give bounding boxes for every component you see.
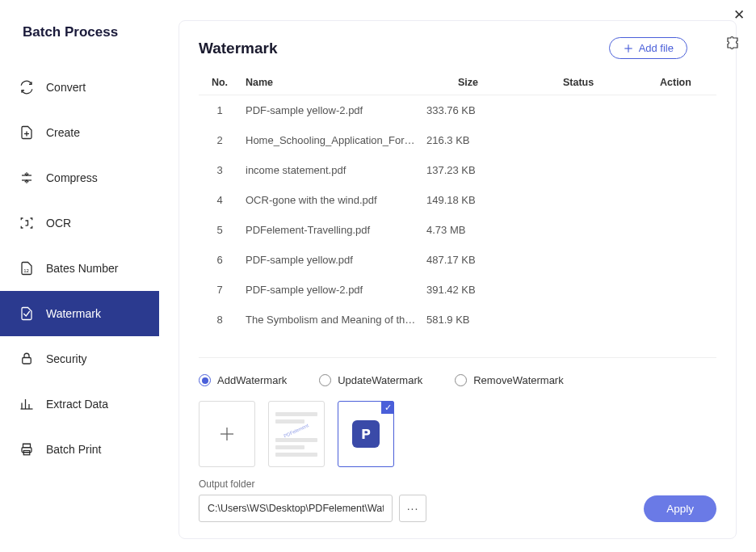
col-header-no: No. — [199, 77, 241, 88]
cell-size: 137.23 KB — [426, 164, 531, 176]
sidebar: Batch Process Convert Crea — [0, 0, 159, 552]
cell-size: 333.76 KB — [426, 104, 531, 116]
watermark-preview-text: PDFelement — [284, 423, 310, 439]
sidebar-item-ocr[interactable]: OCR — [0, 200, 159, 246]
cell-no: 3 — [199, 164, 241, 176]
col-header-size: Size — [458, 77, 563, 88]
sidebar-item-label: OCR — [46, 217, 71, 230]
col-header-name: Name — [241, 77, 458, 88]
svg-rect-1 — [23, 358, 32, 364]
convert-icon — [19, 79, 35, 95]
sidebar-item-label: Convert — [46, 81, 86, 94]
sidebar-item-label: Security — [46, 352, 87, 365]
sidebar-item-extract[interactable]: Extract Data — [0, 381, 159, 427]
cell-name: income statement.pdf — [241, 164, 426, 176]
table-body: 1PDF-sample yellow-2.pdf333.76 KB2Home_S… — [199, 95, 716, 351]
create-icon — [19, 124, 35, 141]
table-row[interactable]: 4OCR-gone with the wind.pdf149.18 KB — [199, 185, 716, 215]
app-title: Batch Process — [0, 0, 159, 65]
cell-size: 4.73 MB — [426, 224, 531, 236]
plugin-icon[interactable] — [725, 36, 740, 53]
add-file-button[interactable]: Add file — [609, 37, 687, 59]
apply-button[interactable]: Apply — [644, 495, 716, 522]
sidebar-item-label: Extract Data — [46, 398, 108, 411]
close-button[interactable]: ✕ — [733, 8, 745, 22]
col-header-action: Action — [660, 77, 716, 88]
watermark-tile-logo[interactable]: ✓ — [338, 401, 394, 467]
cell-name: The Symbolism and Meaning of the Col... — [241, 314, 426, 326]
main-area: Watermark Add file No. Name Size Status … — [159, 0, 756, 552]
cell-name: PDFelement-Travelling.pdf — [241, 224, 426, 236]
watermark-icon — [19, 305, 35, 322]
radio-label: RemoveWatermark — [473, 374, 563, 386]
radio-remove-watermark[interactable]: RemoveWatermark — [455, 374, 563, 386]
watermark-tile-add[interactable] — [199, 401, 255, 467]
cell-no: 1 — [199, 104, 241, 116]
col-header-status: Status — [563, 77, 660, 88]
cell-size: 149.18 KB — [426, 194, 531, 206]
sidebar-item-label: Batch Print — [46, 443, 101, 456]
cell-no: 5 — [199, 224, 241, 236]
radio-add-watermark[interactable]: AddWatermark — [199, 374, 287, 386]
cell-no: 8 — [199, 314, 241, 326]
page-title: Watermark — [199, 40, 278, 57]
sidebar-item-security[interactable]: Security — [0, 336, 159, 381]
sidebar-item-label: Watermark — [46, 307, 101, 320]
watermark-tiles: PDFelement ✓ — [199, 401, 716, 467]
panel: Watermark Add file No. Name Size Status … — [178, 20, 737, 539]
table-row[interactable]: 6PDF-sample yellow.pdf487.17 KB — [199, 245, 716, 275]
sidebar-item-label: Compress — [46, 171, 98, 184]
svg-text:12: 12 — [23, 268, 29, 273]
radio-label: AddWatermark — [217, 374, 287, 386]
pdfelement-logo-icon — [352, 420, 380, 448]
table-row[interactable]: 2Home_Schooling_Application_Form.pdf216.… — [199, 125, 716, 155]
sidebar-item-compress[interactable]: Compress — [0, 155, 159, 200]
ocr-icon — [19, 215, 35, 231]
cell-size: 391.42 KB — [426, 284, 531, 296]
cell-name: OCR-gone with the wind.pdf — [241, 194, 426, 206]
cell-size: 487.17 KB — [426, 254, 531, 266]
check-icon: ✓ — [381, 401, 394, 414]
table-header: No. Name Size Status Action — [199, 70, 716, 95]
cell-size: 216.3 KB — [426, 134, 531, 146]
cell-name: PDF-sample yellow-2.pdf — [241, 284, 426, 296]
table-row[interactable]: 7PDF-sample yellow-2.pdf391.42 KB — [199, 275, 716, 305]
sidebar-item-print[interactable]: Batch Print — [0, 427, 159, 472]
table-row[interactable]: 1PDF-sample yellow-2.pdf333.76 KB — [199, 95, 716, 125]
output-folder-input[interactable] — [199, 495, 393, 522]
cell-name: PDF-sample yellow.pdf — [241, 254, 426, 266]
cell-size: 581.9 KB — [426, 314, 531, 326]
bates-icon: 12 — [19, 260, 35, 276]
sidebar-item-label: Bates Number — [46, 262, 118, 275]
watermark-tile-text[interactable]: PDFelement — [268, 401, 325, 467]
sidebar-item-bates[interactable]: 12 Bates Number — [0, 246, 159, 291]
cell-no: 4 — [199, 194, 241, 206]
cell-name: Home_Schooling_Application_Form.pdf — [241, 134, 426, 146]
security-icon — [19, 351, 35, 367]
radio-icon — [199, 374, 211, 386]
cell-no: 7 — [199, 284, 241, 296]
radio-update-watermark[interactable]: UpdateWatermark — [319, 374, 422, 386]
divider — [199, 357, 716, 358]
sidebar-item-label: Create — [46, 126, 80, 139]
radio-label: UpdateWatermark — [338, 374, 422, 386]
cell-no: 6 — [199, 254, 241, 266]
cell-name: PDF-sample yellow-2.pdf — [241, 104, 426, 116]
add-file-label: Add file — [639, 42, 674, 54]
sidebar-item-watermark[interactable]: Watermark — [0, 291, 159, 336]
cell-no: 2 — [199, 134, 241, 146]
table-row[interactable]: 3income statement.pdf137.23 KB — [199, 155, 716, 185]
radio-icon — [319, 374, 331, 386]
radio-icon — [455, 374, 467, 386]
output-folder-browse-button[interactable]: ··· — [399, 495, 426, 522]
watermark-mode-radios: AddWatermark UpdateWatermark RemoveWater… — [199, 374, 716, 386]
extract-icon — [19, 396, 35, 412]
compress-icon — [19, 170, 35, 186]
sidebar-item-convert[interactable]: Convert — [0, 65, 159, 110]
sidebar-item-create[interactable]: Create — [0, 110, 159, 155]
table-row[interactable]: 8The Symbolism and Meaning of the Col...… — [199, 305, 716, 335]
output-folder-label: Output folder — [199, 478, 716, 490]
table-row[interactable]: 5PDFelement-Travelling.pdf4.73 MB — [199, 215, 716, 245]
print-icon — [19, 441, 35, 457]
